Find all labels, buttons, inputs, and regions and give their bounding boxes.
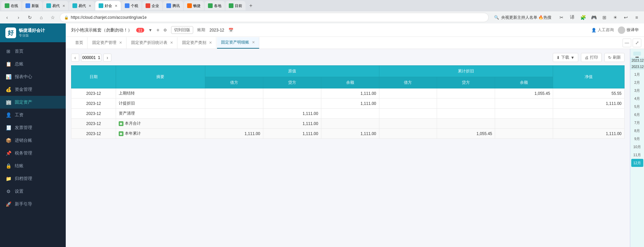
row-dep-balance: 1,055.45	[495, 88, 553, 99]
browser-tab-label-8: 腾讯	[172, 3, 180, 8]
sidebar-item-salary[interactable]: 👤 工资	[0, 109, 66, 121]
tab-fixed-detail[interactable]: 固定资产明细账 ✕	[217, 37, 259, 49]
menu-icon[interactable]: ≡	[632, 13, 641, 22]
tab-fixed-dep-close[interactable]: ✕	[170, 41, 173, 45]
reload-button[interactable]: ↻	[25, 13, 34, 22]
brightness-icon[interactable]: ☀	[610, 13, 620, 22]
switch-to-old-btn[interactable]: 切到旧版	[171, 26, 193, 34]
bookmark-button[interactable]: ☆	[48, 13, 57, 22]
browser-tab-8[interactable]: 腾讯	[163, 1, 183, 10]
sidebar-item-closing[interactable]: 🔒 结账	[0, 160, 66, 172]
tab-home-label: 首页	[75, 40, 83, 46]
customer-service-btn[interactable]: 👤 人工咨询	[591, 27, 614, 33]
url-input[interactable]: 🔒 https://cloud.chanjet.com/accounting/u…	[60, 13, 489, 22]
tab-favicon-8	[166, 3, 171, 8]
browser-tab-3[interactable]: 易代 ✕	[43, 1, 68, 10]
sidebar-item-guide[interactable]: 🚀 新手引导	[0, 198, 66, 210]
browser-tab-10[interactable]: 各地	[205, 1, 225, 10]
month-button[interactable]: 6月	[631, 111, 643, 119]
sidebar-item-fixed-assets[interactable]: 🏢 固定资产	[0, 96, 66, 109]
home-button[interactable]: ⌂	[37, 13, 46, 22]
row-net-value	[553, 109, 625, 119]
month-button[interactable]: 1月	[631, 70, 643, 78]
month-button[interactable]: 3月	[631, 86, 643, 95]
maximize-tab-btn[interactable]: ⤢	[633, 39, 641, 47]
sidebar-item-reports[interactable]: 📊 报表中心	[0, 70, 66, 83]
minimize-tab-btn[interactable]: —	[623, 39, 631, 47]
browser-tab-close-5[interactable]: ✕	[115, 4, 117, 8]
cut-icon[interactable]: ✂	[557, 13, 566, 22]
browser-tab-close-3[interactable]: ✕	[62, 4, 65, 8]
browser-tab-7[interactable]: 企业	[142, 1, 162, 10]
grid-icon[interactable]: ⊞	[600, 13, 609, 22]
month-button[interactable]: 12月	[631, 159, 643, 167]
add-account-btn[interactable]: +	[156, 27, 159, 33]
download-icon: ⬇	[556, 55, 560, 60]
row-orig-debit	[205, 109, 263, 119]
tab-fixed-depreciation[interactable]: 固定资产折旧统计表 ✕	[127, 37, 177, 49]
month-button[interactable]: 8月	[631, 127, 643, 135]
month-button[interactable]: 7月	[631, 119, 643, 127]
browser-tab-11[interactable]: 目前	[225, 1, 246, 10]
month-button[interactable]: 2月	[631, 78, 643, 86]
row-orig-credit	[263, 88, 321, 99]
user-info[interactable]: 徐译华	[618, 26, 639, 34]
tab-fixed-mgmt-close[interactable]: ✕	[119, 41, 122, 45]
page-input[interactable]	[81, 54, 101, 62]
browser-tab-4[interactable]: 易代 ✕	[69, 1, 95, 10]
browser-tab-6[interactable]: 个税	[121, 1, 142, 10]
month-button[interactable]: 4月	[631, 95, 643, 103]
sidebar-item-archive[interactable]: 📁 归档管理	[0, 172, 66, 185]
settings-small-icon[interactable]: ⚙	[163, 28, 167, 33]
translate-icon[interactable]: 译	[568, 13, 577, 22]
dropdown-icon[interactable]: ▼	[148, 28, 152, 33]
table-row: 2023-12 ▣本月合计 1,111.00	[71, 119, 625, 129]
month-button[interactable]: 9月	[631, 135, 643, 143]
sidebar-item-inventory[interactable]: 📦 进销台账	[0, 134, 66, 147]
refresh-btn[interactable]: ↻ 刷新	[604, 53, 625, 62]
next-page-btn[interactable]: ›	[103, 54, 111, 62]
sidebar-item-settings[interactable]: ⚙ 设置	[0, 185, 66, 198]
tab-favicon-3	[46, 3, 51, 8]
download-btn[interactable]: ⬇ 下载 ▼	[553, 53, 578, 62]
sidebar-item-home[interactable]: ⊞ 首页	[0, 45, 66, 58]
search-text: 央视更新主持人名单 🔥热搜	[501, 15, 551, 20]
row-orig-credit: 1,111.00	[263, 119, 321, 129]
browser-tab-1[interactable]: 在线	[1, 1, 21, 10]
print-btn[interactable]: 🖨 打印	[581, 53, 602, 62]
month-button[interactable]: 11月	[631, 151, 643, 159]
tab-fixed-mgmt[interactable]: 固定资产管理 ✕	[88, 37, 126, 49]
browser-tab-2[interactable]: 新版	[22, 1, 42, 10]
row-dep-debit	[379, 109, 437, 119]
lock-icon: 🔒	[64, 15, 69, 20]
service-icon: 👤	[591, 28, 596, 33]
main-content: 刘小艳演示账套（勿删勿动！） 11 ▼ + ⚙ 切到旧版 账期 2023-12 …	[66, 23, 644, 247]
tab-home[interactable]: 首页	[71, 37, 88, 49]
sidebar-item-tax[interactable]: 📌 税务管理	[0, 147, 66, 160]
extension-icon[interactable]: 🧩	[578, 13, 588, 22]
month-button[interactable]: 5月	[631, 103, 643, 111]
th-dep-debit: 借方	[379, 77, 437, 88]
calendar-icon[interactable]: 📅	[228, 28, 233, 33]
row-summary: ▣本月合计	[116, 119, 205, 129]
prev-page-btn[interactable]: ‹	[71, 54, 79, 62]
forward-button[interactable]: ›	[14, 13, 23, 22]
tab-fixed-detail-close[interactable]: ✕	[252, 40, 255, 45]
row-dep-debit	[379, 99, 437, 109]
browser-tab-close-4[interactable]: ✕	[89, 4, 91, 8]
browser-tab-9[interactable]: 畅捷	[184, 1, 204, 10]
sidebar-item-invoice[interactable]: 🧾 发票管理	[0, 121, 66, 134]
browser-tab-label-6: 个税	[131, 3, 138, 8]
sidebar-item-general-ledger[interactable]: 📋 总账	[0, 58, 66, 70]
table-row: 2023-12 资产清理 1,111.00	[71, 109, 625, 119]
browser-tab-5[interactable]: 好会 ✕	[95, 1, 121, 10]
new-tab-button[interactable]: +	[246, 1, 256, 10]
back-button[interactable]: ‹	[3, 13, 11, 22]
tab-fixed-cat-close[interactable]: ✕	[209, 41, 212, 45]
month-button[interactable]: 10月	[631, 143, 643, 151]
tab-fixed-category[interactable]: 固定资产类别 ✕	[178, 37, 216, 49]
undo-icon[interactable]: ↩	[621, 13, 631, 22]
search-area: 🔍 央视更新主持人名单 🔥热搜	[491, 15, 554, 20]
game-icon[interactable]: 🎮	[589, 13, 598, 22]
sidebar-item-funds[interactable]: 💰 资金管理	[0, 83, 66, 96]
